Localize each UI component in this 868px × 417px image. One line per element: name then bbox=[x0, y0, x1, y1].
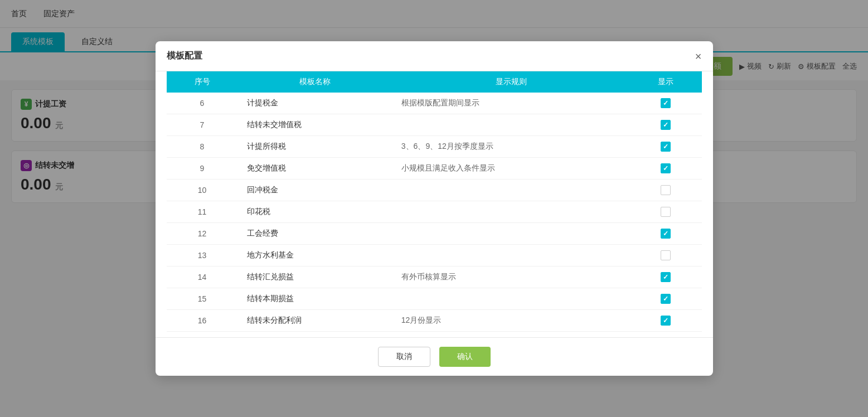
row-index: 10 bbox=[167, 180, 238, 201]
row-display-cell bbox=[630, 288, 701, 310]
table-row: 13地方水利基金 bbox=[167, 245, 702, 266]
row-index: 13 bbox=[167, 245, 238, 266]
config-table: 序号 模板名称 显示规则 显示 6计提税金根据模版配置期间显示7结转未交增值税8… bbox=[167, 71, 702, 332]
row-name: 结转未交增值税 bbox=[238, 114, 392, 136]
table-row: 10回冲税金 bbox=[167, 180, 702, 201]
row-name: 结转未分配利润 bbox=[238, 310, 392, 332]
row-rule bbox=[392, 223, 631, 245]
table-row: 6计提税金根据模版配置期间显示 bbox=[167, 93, 702, 114]
table-row: 9免交增值税小规模且满足收入条件显示 bbox=[167, 158, 702, 180]
row-index: 16 bbox=[167, 310, 238, 332]
display-checkbox[interactable] bbox=[661, 142, 671, 152]
col-header-display: 显示 bbox=[630, 71, 701, 93]
table-row: 11印花税 bbox=[167, 201, 702, 223]
table-row: 16结转未分配利润12月份显示 bbox=[167, 310, 702, 332]
row-display-cell bbox=[630, 114, 701, 136]
row-index: 12 bbox=[167, 223, 238, 245]
row-rule: 3、6、9、12月按季度显示 bbox=[392, 136, 631, 158]
modal-footer: 取消 确认 bbox=[156, 337, 713, 376]
table-row: 14结转汇兑损益有外币核算显示 bbox=[167, 266, 702, 288]
table-row: 15结转本期损益 bbox=[167, 288, 702, 310]
display-checkbox[interactable] bbox=[661, 272, 671, 282]
row-display-cell bbox=[630, 223, 701, 245]
col-header-index: 序号 bbox=[167, 71, 238, 93]
row-index: 15 bbox=[167, 288, 238, 310]
row-name: 计提所得税 bbox=[238, 136, 392, 158]
modal-body: 序号 模板名称 显示规则 显示 6计提税金根据模版配置期间显示7结转未交增值税8… bbox=[156, 71, 713, 337]
row-name: 免交增值税 bbox=[238, 158, 392, 180]
table-row: 7结转未交增值税 bbox=[167, 114, 702, 136]
modal-close-button[interactable]: × bbox=[695, 51, 702, 62]
modal-overlay: 模板配置 × 序号 模板名称 显示规则 显示 6计提税金根据模版配置期间显示7结… bbox=[0, 0, 868, 417]
row-display-cell bbox=[630, 310, 701, 332]
row-name: 工会经费 bbox=[238, 223, 392, 245]
row-rule bbox=[392, 114, 631, 136]
row-rule: 12月份显示 bbox=[392, 310, 631, 332]
row-display-cell bbox=[630, 245, 701, 266]
col-header-rule: 显示规则 bbox=[392, 71, 631, 93]
row-index: 14 bbox=[167, 266, 238, 288]
row-name: 印花税 bbox=[238, 201, 392, 223]
row-name: 结转汇兑损益 bbox=[238, 266, 392, 288]
row-display-cell bbox=[630, 201, 701, 223]
row-display-cell bbox=[630, 158, 701, 180]
confirm-button[interactable]: 确认 bbox=[439, 347, 491, 367]
row-display-cell bbox=[630, 180, 701, 201]
row-rule: 根据模版配置期间显示 bbox=[392, 93, 631, 114]
row-name: 计提税金 bbox=[238, 93, 392, 114]
row-index: 8 bbox=[167, 136, 238, 158]
table-row: 12工会经费 bbox=[167, 223, 702, 245]
display-checkbox[interactable] bbox=[661, 207, 671, 217]
row-rule: 有外币核算显示 bbox=[392, 266, 631, 288]
row-rule bbox=[392, 180, 631, 201]
template-config-modal: 模板配置 × 序号 模板名称 显示规则 显示 6计提税金根据模版配置期间显示7结… bbox=[156, 41, 713, 376]
row-rule: 小规模且满足收入条件显示 bbox=[392, 158, 631, 180]
row-rule bbox=[392, 288, 631, 310]
row-rule bbox=[392, 201, 631, 223]
row-name: 回冲税金 bbox=[238, 180, 392, 201]
row-name: 结转本期损益 bbox=[238, 288, 392, 310]
display-checkbox[interactable] bbox=[661, 229, 671, 239]
row-index: 7 bbox=[167, 114, 238, 136]
modal-title: 模板配置 bbox=[167, 50, 202, 62]
display-checkbox[interactable] bbox=[661, 250, 671, 260]
row-rule bbox=[392, 245, 631, 266]
col-header-name: 模板名称 bbox=[238, 71, 392, 93]
display-checkbox[interactable] bbox=[661, 120, 671, 130]
row-index: 6 bbox=[167, 93, 238, 114]
display-checkbox[interactable] bbox=[661, 98, 671, 108]
table-row: 8计提所得税3、6、9、12月按季度显示 bbox=[167, 136, 702, 158]
display-checkbox[interactable] bbox=[661, 163, 671, 173]
display-checkbox[interactable] bbox=[661, 185, 671, 195]
row-display-cell bbox=[630, 93, 701, 114]
display-checkbox[interactable] bbox=[661, 294, 671, 304]
cancel-button[interactable]: 取消 bbox=[378, 347, 430, 367]
row-index: 11 bbox=[167, 201, 238, 223]
row-index: 9 bbox=[167, 158, 238, 180]
display-checkbox[interactable] bbox=[661, 316, 671, 326]
row-name: 地方水利基金 bbox=[238, 245, 392, 266]
row-display-cell bbox=[630, 136, 701, 158]
row-display-cell bbox=[630, 266, 701, 288]
modal-header: 模板配置 × bbox=[156, 41, 713, 71]
